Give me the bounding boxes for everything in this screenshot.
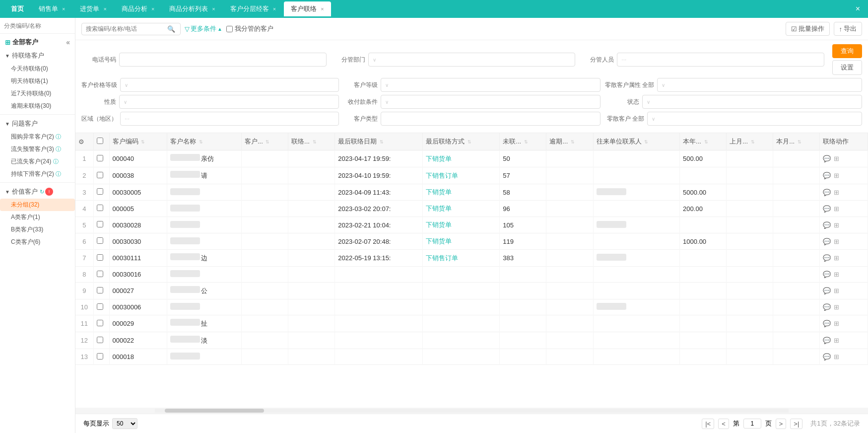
row-checkbox[interactable]: [97, 221, 103, 227]
page-number-input[interactable]: [743, 419, 761, 429]
message-icon[interactable]: 💬: [823, 303, 831, 311]
filter-input-scatter[interactable]: ∨: [647, 112, 862, 126]
filter-input-phone[interactable]: [119, 53, 327, 67]
sidebar-item-declining[interactable]: 持续下滑客户(2) ⓘ: [0, 168, 75, 180]
close-customer-contact-icon[interactable]: ×: [321, 6, 324, 12]
row-checkbox[interactable]: [97, 337, 103, 343]
tab-purchase[interactable]: 进货单 ×: [73, 1, 113, 16]
select-all-checkbox[interactable]: [97, 138, 103, 144]
tab-product-list[interactable]: 商品分析列表 ×: [162, 1, 222, 16]
my-customers-checkbox[interactable]: 我分管的客户: [226, 24, 273, 33]
filter-input-customer-level[interactable]: ∨: [381, 78, 601, 92]
sidebar-item-lost[interactable]: 已流失客户(24) ⓘ: [0, 155, 75, 168]
tab-home[interactable]: 首页: [4, 1, 31, 16]
sidebar-group-pending[interactable]: ▼ 待联络客户: [0, 49, 75, 63]
close-product-analysis-icon[interactable]: ×: [151, 6, 154, 12]
export-button[interactable]: ↑ 导出: [834, 22, 863, 36]
contact-method-link[interactable]: 下销货单: [426, 221, 452, 228]
contact-method-link[interactable]: 下销货单: [426, 188, 452, 196]
reset-button[interactable]: 设置: [832, 60, 862, 75]
close-purchase-icon[interactable]: ×: [103, 6, 106, 12]
row-checkbox[interactable]: [97, 254, 103, 261]
sidebar-search-input[interactable]: [4, 22, 75, 29]
row-checkbox[interactable]: [97, 188, 103, 195]
sidebar-item-ungrouped[interactable]: 未分组(32): [0, 199, 75, 211]
next-page-button[interactable]: >: [776, 419, 787, 429]
prev-page-button[interactable]: <: [718, 419, 729, 429]
close-customer-segment-icon[interactable]: ×: [273, 6, 276, 12]
settings-icon[interactable]: ⚙: [78, 138, 84, 145]
filter-input-status[interactable]: ∨: [642, 95, 862, 109]
sidebar-item-tomorrow[interactable]: 明天待联络(1): [0, 75, 75, 87]
message-icon[interactable]: 💬: [823, 353, 831, 361]
message-icon[interactable]: 💬: [823, 238, 831, 245]
batch-ops-button[interactable]: ☑ 批量操作: [786, 22, 830, 36]
message-icon[interactable]: 💬: [823, 172, 831, 179]
row-checkbox[interactable]: [97, 303, 103, 310]
filter-input-nature[interactable]: ∨: [119, 95, 339, 109]
search-icon[interactable]: 🔍: [167, 25, 175, 33]
filter-input-dept[interactable]: ∨: [368, 53, 576, 67]
sidebar-item-overdue[interactable]: 逾期未联络(30): [0, 100, 75, 112]
filter-input-customer-type[interactable]: [381, 112, 601, 126]
message-icon[interactable]: 💬: [823, 287, 831, 294]
close-product-list-icon[interactable]: ×: [212, 6, 215, 12]
filter-input-payment[interactable]: ∨: [381, 95, 601, 109]
message-icon[interactable]: 💬: [823, 221, 831, 229]
grid-action-icon[interactable]: ⊞: [834, 287, 839, 294]
contact-method-link[interactable]: 下销货单: [426, 155, 452, 162]
message-icon[interactable]: 💬: [823, 205, 831, 213]
filter-input-scatter-attr[interactable]: ∨: [657, 78, 862, 92]
window-close-button[interactable]: ×: [852, 2, 864, 15]
page-size-select[interactable]: 50 100 200: [112, 418, 137, 429]
grid-action-icon[interactable]: ⊞: [834, 221, 839, 229]
row-checkbox[interactable]: [97, 205, 103, 211]
message-icon[interactable]: 💬: [823, 254, 831, 262]
scrollbar-thumb[interactable]: [165, 409, 264, 413]
message-icon[interactable]: 💬: [823, 271, 831, 278]
row-checkbox[interactable]: [97, 287, 103, 293]
sidebar-item-today[interactable]: 今天待联络(0): [0, 63, 75, 75]
search-input[interactable]: [86, 25, 165, 32]
tab-customer-segment[interactable]: 客户分层经客 ×: [223, 1, 283, 16]
first-page-button[interactable]: |<: [702, 419, 714, 429]
message-icon[interactable]: 💬: [823, 189, 831, 196]
tab-customer-contact[interactable]: 客户联络 ×: [284, 1, 331, 16]
grid-action-icon[interactable]: ⊞: [834, 303, 839, 311]
last-page-button[interactable]: >|: [790, 419, 802, 429]
close-sales-icon[interactable]: ×: [62, 6, 65, 12]
sidebar-item-typeC[interactable]: C类客户(6): [0, 236, 75, 248]
all-customers-header[interactable]: ⊞ 全部客户 «: [0, 34, 75, 49]
tab-product-analysis[interactable]: 商品分析 ×: [115, 1, 161, 16]
sidebar-item-abnormal[interactable]: 囤购异常客户(2) ⓘ: [0, 131, 75, 143]
row-checkbox[interactable]: [97, 237, 103, 244]
sidebar-item-7days[interactable]: 近7天待联络(0): [0, 87, 75, 100]
sidebar-group-problem[interactable]: ▼ 问题客户: [0, 117, 75, 131]
message-icon[interactable]: 💬: [823, 320, 831, 327]
sidebar-item-typeB[interactable]: B类客户(33): [0, 223, 75, 236]
contact-method-link[interactable]: 下销售订单: [426, 172, 458, 179]
row-checkbox[interactable]: [97, 320, 103, 326]
filter-input-person[interactable]: ···: [617, 53, 824, 67]
contact-method-link[interactable]: 下销货单: [426, 237, 452, 245]
grid-action-icon[interactable]: ⊞: [834, 155, 839, 162]
grid-action-icon[interactable]: ⊞: [834, 271, 839, 278]
grid-action-icon[interactable]: ⊞: [834, 238, 839, 245]
row-checkbox[interactable]: [97, 172, 103, 178]
contact-method-link[interactable]: 下销货单: [426, 205, 452, 212]
filter-input-price-level[interactable]: ∨: [120, 78, 339, 92]
grid-action-icon[interactable]: ⊞: [834, 172, 839, 179]
sidebar-item-typeA[interactable]: A类客户(1): [0, 211, 75, 223]
grid-action-icon[interactable]: ⊞: [834, 320, 839, 327]
sidebar-item-churn-warning[interactable]: 流失预警客户(3) ⓘ: [0, 143, 75, 155]
th-settings[interactable]: ⚙: [75, 133, 93, 150]
row-checkbox[interactable]: [97, 271, 103, 277]
row-checkbox[interactable]: [97, 155, 103, 161]
grid-action-icon[interactable]: ⊞: [834, 189, 839, 196]
contact-method-link[interactable]: 下销售订单: [426, 254, 458, 262]
query-button[interactable]: 查询: [832, 44, 862, 58]
my-customers-check[interactable]: [226, 26, 233, 32]
grid-action-icon[interactable]: ⊞: [834, 205, 839, 213]
filter-input-region[interactable]: ···: [120, 112, 339, 126]
message-icon[interactable]: 💬: [823, 155, 831, 162]
